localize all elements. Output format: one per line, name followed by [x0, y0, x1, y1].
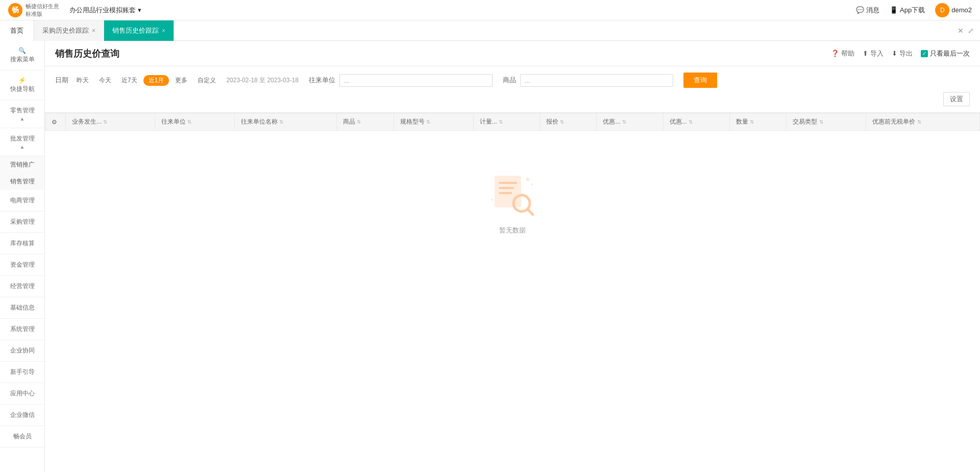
export-button[interactable]: ⬇ 导出: [892, 49, 913, 58]
sort-icon-partner-name: ⇅: [279, 119, 283, 125]
sort-icon-unit: ⇅: [499, 119, 503, 125]
tab-sales-history[interactable]: 销售历史价跟踪 ×: [104, 20, 174, 41]
app-selector[interactable]: 办公用品行业模拟账套 ▾: [69, 6, 141, 15]
main-layout: 🔍 搜索菜单 ⚡ 快捷导航 零售管理 ▲ 批发管理 ▲ 营销推广 销售管理 电商…: [0, 41, 980, 472]
help-icon: ❓: [831, 50, 839, 57]
sidebar-item-retail[interactable]: 零售管理 ▲: [0, 100, 44, 128]
svg-rect-0: [495, 176, 521, 207]
sidebar-item-basicinfo[interactable]: 基础信息: [0, 297, 44, 319]
filter-row: 日期 昨天 今天 近7天 近1月 更多 自定义 2023-02-18 至 202…: [55, 73, 970, 88]
import-icon: ⬆: [863, 50, 868, 57]
sidebar: 🔍 搜索菜单 ⚡ 快捷导航 零售管理 ▲ 批发管理 ▲ 营销推广 销售管理 电商…: [0, 41, 45, 472]
content-area: 销售历史价查询 ❓ 帮助 ⬆ 导入 ⬇ 导出 ✓ 只看最后一次: [45, 41, 980, 472]
partner-label: 往来单位: [309, 76, 335, 85]
col-discount1[interactable]: 优惠... ⇅: [597, 113, 663, 131]
settings-button[interactable]: 设置: [943, 92, 970, 106]
window-maximize-button[interactable]: ⤢: [968, 27, 974, 35]
query-button[interactable]: 查询: [683, 73, 717, 88]
sidebar-item-sales[interactable]: 销售管理: [0, 173, 44, 190]
date-buttons: 昨天 今天 近7天 近1月 更多 自定义: [72, 75, 220, 86]
tab-purchase-history[interactable]: 采购历史价跟踪 ×: [34, 20, 104, 41]
action-buttons: 查询: [683, 73, 717, 88]
sidebar-item-inventory[interactable]: 库存核算: [0, 233, 44, 254]
sidebar-item-marketing[interactable]: 营销推广: [0, 156, 44, 173]
last7days-btn[interactable]: 近7天: [117, 75, 141, 86]
page-title: 销售历史价查询: [55, 48, 119, 60]
quicknav-icon: ⚡: [18, 77, 26, 84]
col-trade-type[interactable]: 交易类型 ⇅: [787, 113, 866, 131]
sort-icon-discount1: ⇅: [622, 119, 626, 125]
app-download-button[interactable]: 📱 App下载: [890, 6, 925, 15]
empty-state-row: 暂无数据: [45, 131, 980, 276]
svg-line-5: [527, 209, 533, 215]
tabs-actions: ✕ ⤢: [951, 27, 980, 35]
table-area: ⚙ 业务发生... ⇅ 往来单位 ⇅ 往来单位名称 ⇅: [45, 113, 980, 472]
tab-purchase-close-button[interactable]: ×: [92, 27, 95, 34]
more-btn[interactable]: 更多: [171, 75, 191, 86]
sort-icon-trade-type: ⇅: [819, 119, 823, 125]
show-last-once-checkbox[interactable]: ✓ 只看最后一次: [921, 49, 970, 58]
sidebar-item-operations[interactable]: 经营管理: [0, 276, 44, 297]
col-partner-name[interactable]: 往来单位名称 ⇅: [234, 113, 336, 131]
sidebar-item-ecommerce[interactable]: 电商管理: [0, 190, 44, 211]
data-table: ⚙ 业务发生... ⇅ 往来单位 ⇅ 往来单位名称 ⇅: [45, 113, 980, 276]
col-settings[interactable]: ⚙: [45, 113, 66, 131]
help-button[interactable]: ❓ 帮助: [831, 49, 854, 58]
product-filter: 商品 ...: [503, 74, 673, 87]
sidebar-item-wechat[interactable]: 企业微信: [0, 405, 44, 426]
col-unit[interactable]: 计量... ⇅: [473, 113, 540, 131]
import-button[interactable]: ⬆ 导入: [863, 49, 884, 58]
col-discount2[interactable]: 优惠... ⇅: [663, 113, 729, 131]
sort-icon-partner-code: ⇅: [187, 119, 191, 125]
sidebar-item-enterprise[interactable]: 企业协同: [0, 340, 44, 362]
sidebar-item-search[interactable]: 🔍 搜索菜单: [0, 41, 44, 70]
sidebar-item-finance[interactable]: 资金管理: [0, 254, 44, 276]
tab-home[interactable]: 首页: [0, 20, 34, 41]
custom-btn[interactable]: 自定义: [193, 75, 220, 86]
date-range-display: 2023-02-18 至 2023-03-18: [226, 76, 298, 85]
window-close-button[interactable]: ✕: [958, 27, 964, 35]
col-biz-date[interactable]: 业务发生... ⇅: [66, 113, 155, 131]
header: 畅 畅捷信好生意 标准版 办公用品行业模拟账套 ▾ 💬 消息 📱 App下载 D…: [0, 0, 980, 20]
filter-bar: 日期 昨天 今天 近7天 近1月 更多 自定义 2023-02-18 至 202…: [45, 66, 980, 113]
sidebar-item-quicknav[interactable]: ⚡ 快捷导航: [0, 70, 44, 100]
sidebar-item-wholesale[interactable]: 批发管理 ▲: [0, 128, 44, 156]
avatar: D: [935, 3, 949, 17]
product-label: 商品: [503, 76, 516, 85]
sidebar-item-newbie[interactable]: 新手引导: [0, 362, 44, 383]
col-product[interactable]: 商品 ⇅: [336, 113, 394, 131]
sort-icon-pretax-price: ⇅: [917, 119, 921, 125]
svg-rect-2: [499, 187, 514, 189]
sidebar-item-system[interactable]: 系统管理: [0, 319, 44, 340]
user-menu[interactable]: D demo2: [935, 3, 972, 17]
column-settings-icon[interactable]: ⚙: [52, 119, 57, 126]
col-pretax-price[interactable]: 优惠前无税单价 ⇅: [866, 113, 980, 131]
sidebar-item-appcenter[interactable]: 应用中心: [0, 383, 44, 405]
last1month-btn[interactable]: 近1月: [143, 75, 169, 86]
col-partner-code[interactable]: 往来单位 ⇅: [155, 113, 234, 131]
tabs-bar: 首页 采购历史价跟踪 × 销售历史价跟踪 × ✕ ⤢: [0, 20, 980, 41]
export-icon: ⬇: [892, 50, 897, 57]
col-spec[interactable]: 规格型号 ⇅: [394, 113, 473, 131]
col-price[interactable]: 报价 ⇅: [540, 113, 597, 131]
tab-sales-close-button[interactable]: ×: [162, 27, 165, 34]
empty-svg-icon: [487, 172, 538, 218]
download-icon: 📱: [890, 6, 898, 14]
logo-icon: 畅: [8, 3, 22, 17]
sidebar-item-membership[interactable]: 畅会员: [0, 426, 44, 447]
product-input[interactable]: ...: [520, 74, 673, 87]
sidebar-item-purchase[interactable]: 采购管理: [0, 211, 44, 233]
header-right: 💬 消息 📱 App下载 D demo2: [856, 3, 972, 17]
logo-area: 畅 畅捷信好生意 标准版: [8, 3, 59, 17]
retail-arrow-icon: ▲: [20, 116, 25, 122]
today-btn[interactable]: 今天: [95, 75, 115, 86]
partner-input[interactable]: ...: [339, 74, 493, 87]
sort-icon-spec: ⇅: [426, 119, 430, 125]
yesterday-btn[interactable]: 昨天: [72, 75, 93, 86]
sort-icon-product: ⇅: [357, 119, 361, 125]
col-quantity[interactable]: 数量 ⇅: [729, 113, 787, 131]
svg-point-7: [531, 183, 533, 185]
search-icon: 🔍: [18, 47, 26, 54]
message-button[interactable]: 💬 消息: [856, 6, 879, 15]
message-icon: 💬: [856, 6, 864, 14]
